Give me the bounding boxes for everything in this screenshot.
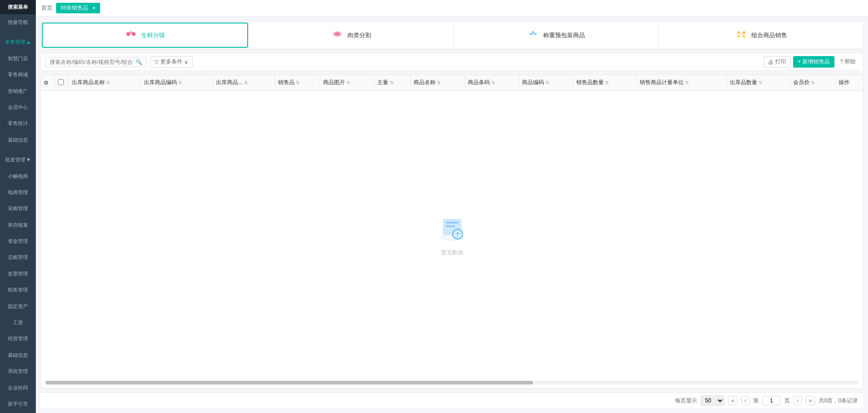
scrollbar-thumb[interactable] (45, 381, 533, 384)
sidebar-item-beginner[interactable]: 新手引导 (0, 396, 36, 412)
sidebar-item-ecommerce[interactable]: 电商管理 (0, 184, 36, 201)
empty-icon (434, 212, 471, 244)
search-icon[interactable]: 🔍 (136, 59, 142, 65)
th-sales-qty[interactable]: 销售品数量 ⇅ (573, 75, 637, 91)
main-content: 首页 特殊销售品 ✕ 生鲜分级 (36, 0, 868, 413)
sidebar-item-inventory[interactable]: 库存核算 (0, 217, 36, 233)
svg-point-11 (737, 35, 740, 38)
sort-icon-sales-item[interactable]: ⇅ (296, 80, 300, 85)
data-table: ⚙ 出库商品名称 ⇅ 出库商 (41, 75, 863, 91)
cat-tab-combo[interactable]: 组合商品销售 (658, 22, 863, 49)
sort-icon-sales-qty[interactable]: ⇅ (605, 80, 609, 85)
meat-icon (331, 29, 344, 41)
sidebar-item-retail-mall[interactable]: 零售商城 (0, 67, 36, 83)
chevron-down-icon: ∨ (184, 59, 188, 65)
svg-point-2 (132, 32, 136, 36)
sort-icon-main-weight[interactable]: ⇅ (390, 80, 393, 85)
horizontal-scrollbar[interactable] (41, 378, 863, 388)
sidebar-item-fixed-assets[interactable]: 固定资产 (0, 298, 36, 315)
close-tab-icon[interactable]: ✕ (92, 6, 96, 11)
search-box[interactable]: 🔍 (45, 57, 147, 67)
prev-page-button[interactable]: ‹ (741, 396, 749, 405)
th-goods-code[interactable]: 商品编码 ⇅ (519, 75, 573, 91)
th-outlet-qty[interactable]: 出库品数量 ⇅ (727, 75, 790, 91)
sidebar-item-biz-mgmt[interactable]: 经营管理 (0, 331, 36, 347)
sidebar-logo[interactable]: 搜索菜单 (0, 0, 36, 14)
sidebar-item-quick-nav[interactable]: 快捷导航 (0, 14, 36, 30)
top-nav: 首页 特殊销售品 ✕ (36, 0, 868, 17)
select-all-checkbox[interactable] (58, 79, 64, 85)
sidebar-item-base-info-2[interactable]: 基础信息 (0, 347, 36, 363)
sidebar-item-ledger[interactable]: 总账管理 (0, 249, 36, 265)
per-page-label: 每页显示 (675, 397, 697, 405)
cat-tab-weight[interactable]: 称重预包装商品 (454, 22, 659, 49)
sidebar-item-retail-stats[interactable]: 零售统计 (0, 115, 36, 132)
th-goods-barcode[interactable]: 商品条码 ⇅ (465, 75, 519, 91)
sidebar-item-sys-mgmt[interactable]: 系统管理 (0, 363, 36, 379)
help-button[interactable]: ? 帮助 (837, 57, 858, 67)
sidebar-item-tax[interactable]: 税务管理 (0, 282, 36, 298)
cat-tab-fresh-label: 生鲜分级 (141, 31, 165, 40)
sidebar-item-retail[interactable]: 零售管理 ▲ (0, 34, 36, 50)
filter-button[interactable]: ▽ 更多条件 ∨ (150, 56, 193, 68)
th-member-price[interactable]: 会员价 ⇅ (790, 75, 835, 91)
sort-icon-image[interactable]: ⇅ (346, 80, 350, 85)
th-outlet-spec[interactable]: 出库商品... ⇅ (213, 75, 275, 91)
empty-text: 暂无数据 (441, 249, 463, 257)
th-sales-item[interactable]: 销售品 ⇅ (275, 75, 320, 91)
th-outlet-name[interactable]: 出库商品名称 ⇅ (68, 75, 141, 91)
sort-icon-goods-code[interactable]: ⇅ (545, 80, 549, 85)
page-input[interactable] (762, 396, 781, 405)
svg-rect-18 (446, 225, 455, 227)
page-unit: 页 (784, 397, 790, 405)
gear-icon[interactable]: ⚙ (44, 80, 49, 86)
sort-icon-outlet-qty[interactable]: ⇅ (759, 80, 762, 85)
total-info: 共0页，0条记录 (819, 397, 858, 405)
sidebar-item-invoice[interactable]: 发票管理 (0, 266, 36, 282)
cat-tab-weight-label: 称重预包装商品 (543, 31, 585, 40)
sort-icon-sales-unit[interactable]: ⇅ (685, 80, 689, 85)
combo-icon (735, 29, 748, 41)
sidebar-item-ecommerce-small[interactable]: 小畅电商 (0, 168, 36, 184)
filter-icon: ▽ (154, 59, 159, 65)
svg-rect-17 (446, 222, 459, 224)
cat-tab-meat-label: 肉类分割 (347, 31, 371, 40)
th-main-weight[interactable]: 主量 ⇅ (374, 75, 411, 91)
sidebar-item-enterprise[interactable]: 企业协同 (0, 380, 36, 396)
sort-icon-outlet-spec[interactable]: ⇅ (244, 80, 248, 85)
next-page-button[interactable]: › (794, 396, 802, 405)
th-checkbox[interactable] (55, 75, 68, 91)
sidebar-item-base-info-1[interactable]: 基础信息 (0, 132, 36, 148)
sidebar-item-salary[interactable]: 工资 (0, 315, 36, 331)
th-setting[interactable]: ⚙ (41, 75, 55, 91)
first-page-button[interactable]: « (728, 396, 738, 405)
last-page-button[interactable]: » (806, 396, 815, 405)
sidebar-item-purchase[interactable]: 采购管理 (0, 201, 36, 217)
sort-icon-member-price[interactable]: ⇅ (811, 80, 815, 85)
sidebar-item-wholesale[interactable]: 批发管理 ▼ (0, 152, 36, 168)
sidebar-item-finance[interactable]: 资金管理 (0, 233, 36, 249)
per-page-select[interactable]: 50 10 20 100 (701, 396, 724, 406)
sidebar-item-smart-store[interactable]: 智慧门店 (0, 51, 36, 67)
sort-icon-outlet-code[interactable]: ⇅ (178, 80, 182, 85)
nav-home[interactable]: 首页 (41, 4, 52, 12)
cat-tab-meat[interactable]: 肉类分割 (249, 22, 454, 49)
th-outlet-code[interactable]: 出库商品编码 ⇅ (141, 75, 213, 91)
search-input[interactable] (50, 59, 134, 65)
print-button[interactable]: 🖨 打印 (764, 56, 790, 68)
data-table-container: ⚙ 出库商品名称 ⇅ 出库商 (40, 75, 863, 389)
sort-icon-outlet-name[interactable]: ⇅ (106, 80, 110, 85)
th-actions: 操作 (835, 75, 863, 91)
scrollbar-track[interactable] (45, 381, 858, 384)
sort-icon-goods-barcode[interactable]: ⇅ (491, 80, 495, 85)
nav-tab-special-sales[interactable]: 特殊销售品 ✕ (56, 3, 100, 13)
add-sales-item-button[interactable]: + 新增销售品 (793, 56, 834, 68)
printer-icon: 🖨 (768, 59, 773, 65)
th-image[interactable]: 商品图片 ⇅ (320, 75, 374, 91)
sort-icon-goods-name[interactable]: ⇅ (437, 80, 441, 85)
th-sales-unit[interactable]: 销售商品计量单位 ⇅ (636, 75, 727, 91)
cat-tab-fresh[interactable]: 生鲜分级 (42, 23, 248, 48)
sidebar-item-marketing[interactable]: 营销推广 (0, 83, 36, 99)
sidebar-item-member[interactable]: 会员中心 (0, 99, 36, 115)
th-goods-name[interactable]: 商品名称 ⇅ (410, 75, 465, 91)
